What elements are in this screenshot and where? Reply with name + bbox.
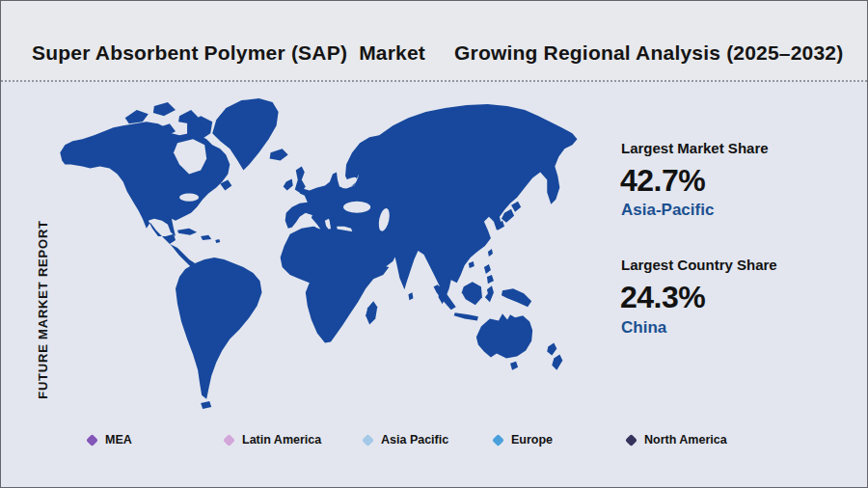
legend-dot-north-america-icon (625, 434, 637, 447)
stat-market-share-label: Largest Market Share (621, 141, 769, 157)
stat-market-share-region: Asia-Pacific (621, 202, 714, 220)
legend-label-asia-pacific: Asia Pacific (381, 433, 448, 447)
brand-vertical-text: FUTURE MARKET REPORT (36, 220, 50, 399)
legend-item-europe: Europe (494, 433, 553, 447)
stat-market-share-value: 42.7% (620, 165, 705, 198)
stat-country-share-region: China (621, 319, 666, 338)
world-map-svg (57, 93, 622, 420)
stat-country-share-label: Largest Country Share (621, 258, 777, 274)
legend-item-asia-pacific: Asia Pacific (364, 433, 448, 447)
infographic-frame: Super Absorbent Polymer (SAP) Market Gro… (0, 0, 868, 488)
legend-dot-mea-icon (86, 434, 98, 447)
legend-label-europe: Europe (511, 433, 553, 447)
legend-item-north-america: North America (627, 433, 727, 447)
legend-dot-asia-pacific-icon (362, 434, 374, 447)
map-land (60, 98, 577, 409)
world-map (57, 93, 622, 420)
legend-dot-latin-america-icon (223, 434, 235, 447)
legend-label-north-america: North America (644, 433, 727, 447)
legend-item-latin-america: Latin America (225, 433, 321, 447)
legend-label-latin-america: Latin America (242, 433, 321, 447)
legend-item-mea: MEA (88, 433, 132, 447)
header-band: Super Absorbent Polymer (SAP) Market Gro… (1, 1, 867, 81)
page-title-left: Super Absorbent Polymer (SAP) Market (32, 41, 425, 65)
legend-dot-europe-icon (492, 434, 504, 447)
legend-label-mea: MEA (105, 433, 132, 447)
stat-country-share-value: 24.3% (620, 282, 705, 314)
page-title-right: Growing Regional Analysis (2025–2032) (454, 41, 843, 65)
dotted-separator (1, 80, 867, 82)
